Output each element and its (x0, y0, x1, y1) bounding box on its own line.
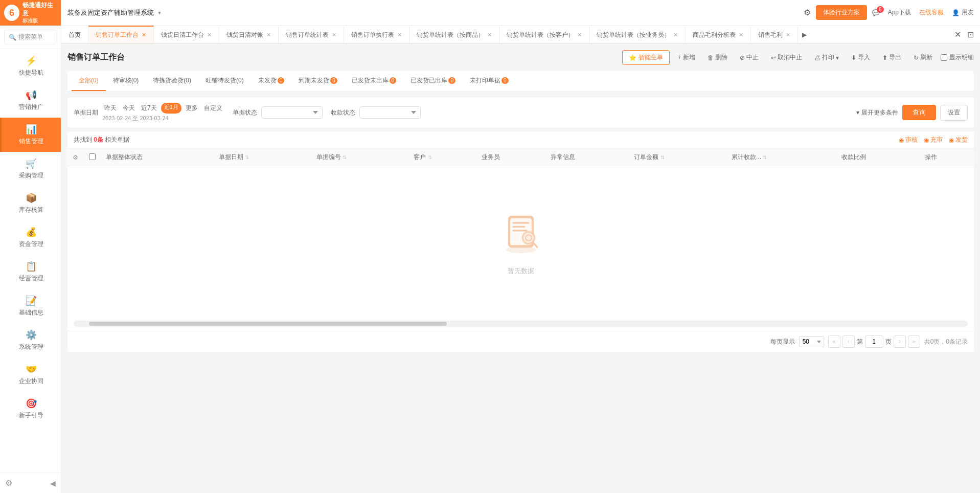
online-service-link[interactable]: 在线客服 (919, 8, 944, 17)
tab-sales-summary-product[interactable]: 销货单统计表（按商品） ✕ (409, 26, 499, 44)
sidebar-item-inventory[interactable]: 📦 库存核算 (0, 186, 61, 220)
tab-sales-exec-close[interactable]: ✕ (397, 32, 402, 38)
tab-maximize-button[interactable]: ⊡ (965, 29, 976, 40)
subtab-wangpu[interactable]: 旺铺待发货(0) (198, 71, 251, 91)
th-amount[interactable]: 订单金额 ⇅ (629, 149, 726, 166)
date-opt-7days[interactable]: 近7天 (139, 103, 159, 114)
date-opt-yesterday[interactable]: 昨天 (102, 103, 119, 114)
ai-generate-button[interactable]: ⭐ 智能生单 (622, 50, 670, 65)
number-sort-icon[interactable]: ⇅ (343, 154, 347, 160)
tab-sales-summary-product-close[interactable]: ✕ (487, 32, 492, 38)
select-all-checkbox[interactable] (89, 153, 96, 160)
sidebar-collapse-button[interactable]: ◀ (50, 479, 56, 487)
filter-setting-button[interactable]: 设置 (940, 105, 968, 121)
add-button[interactable]: + 新增 (674, 51, 699, 64)
th-customer[interactable]: 客户 ⇅ (408, 149, 476, 166)
subtab-not-shipped[interactable]: 未发货0 (251, 71, 292, 91)
date-opt-1month[interactable]: 近1月 (161, 103, 181, 114)
subtab-shipped-out[interactable]: 已发货已出库0 (403, 71, 463, 91)
sidebar-item-quick-nav[interactable]: ⚡ 快捷导航 (0, 49, 61, 83)
prev-page-button[interactable]: ‹ (842, 335, 855, 348)
th-check[interactable] (84, 149, 101, 166)
refresh-button[interactable]: ↻ 刷新 (909, 51, 937, 64)
sidebar-item-enterprise[interactable]: 🤝 企业协同 (0, 357, 61, 392)
settings-gear-icon[interactable]: ⚙ (804, 8, 811, 17)
date-opt-today[interactable]: 今天 (121, 103, 137, 114)
sidebar-item-purchase[interactable]: 🛒 采购管理 (0, 152, 61, 186)
tab-close-all-button[interactable]: ✕ (952, 29, 963, 40)
page-size-select[interactable]: 50 10 20 100 (799, 336, 824, 347)
sidebar-item-marketing[interactable]: 📢 营销推广 (0, 83, 61, 118)
payment-select[interactable] (359, 106, 421, 119)
tab-sales-stats-close[interactable]: ✕ (332, 32, 336, 38)
column-settings-icon[interactable]: ⚙ (73, 154, 78, 161)
search-menu-button[interactable]: 🔍 搜索菜单 (4, 30, 57, 44)
industry-solution-button[interactable]: 体验行业方案 (816, 5, 867, 20)
show-detail-checkbox[interactable] (941, 54, 947, 61)
print-button[interactable]: 🖨 打印 ▾ (810, 51, 843, 64)
collected-sort-icon[interactable]: ⇅ (763, 154, 767, 160)
date-opt-custom[interactable]: 自定义 (202, 103, 224, 114)
tab-sales-stats[interactable]: 销售订单统计表 ✕ (279, 26, 344, 44)
horizontal-scrollbar[interactable] (74, 321, 968, 327)
tab-goods-margin-close[interactable]: ✕ (739, 32, 743, 38)
sidebar-item-system[interactable]: ⚙️ 系统管理 (0, 323, 61, 357)
sidebar-item-basic-info[interactable]: 📝 基础信息 (0, 289, 61, 323)
subtab-all[interactable]: 全部(0) (72, 71, 106, 91)
sidebar-item-finance[interactable]: 💰 资金管理 (0, 220, 61, 255)
sidebar-settings-button[interactable]: ⚙ (5, 478, 12, 488)
sidebar-item-guide[interactable]: 🎯 新手引导 (0, 392, 61, 426)
audit-op-button[interactable]: ◉ 审核 (899, 136, 918, 144)
sidebar-item-sales[interactable]: 📊 销售管理 (0, 118, 61, 152)
tab-sales-exec[interactable]: 销售订单执行表 ✕ (344, 26, 409, 44)
status-select[interactable] (261, 106, 323, 119)
date-opt-more[interactable]: 更多 (184, 103, 200, 114)
print-dropdown-icon[interactable]: ▾ (836, 54, 839, 61)
stop-button[interactable]: ⊘ 中止 (736, 51, 763, 64)
tab-goods-margin[interactable]: 商品毛利分析表 ✕ (686, 26, 751, 44)
query-button[interactable]: 查询 (902, 105, 936, 120)
tab-sales-workbench[interactable]: 销售订单工作台 ✕ (88, 26, 154, 44)
next-page-button[interactable]: › (894, 335, 906, 348)
tab-sales-profit[interactable]: 销售毛利 ✕ (751, 26, 798, 44)
amount-sort-icon[interactable]: ⇅ (660, 154, 665, 160)
tab-cash-daily-close[interactable]: ✕ (207, 32, 212, 38)
scroll-thumb[interactable] (89, 322, 447, 326)
ship-op-button[interactable]: ◉ 发货 (949, 136, 968, 144)
system-dropdown-arrow[interactable]: ▾ (158, 9, 161, 16)
subtab-shipped-not-out[interactable]: 已发货未出库0 (345, 71, 404, 91)
th-collected[interactable]: 累计收款... ⇅ (726, 149, 836, 166)
tab-home[interactable]: 首页 (61, 26, 88, 44)
user-menu[interactable]: 👤 用友 (952, 8, 974, 17)
notification-button[interactable]: 💬 6 (872, 9, 880, 16)
tab-cash-daily[interactable]: 钱货日清工作台 ✕ (154, 26, 219, 44)
app-download-link[interactable]: App下载 (888, 8, 911, 17)
cancel-stop-button[interactable]: ↩ 取消中止 (767, 51, 806, 64)
tab-more-button[interactable]: ▶ (798, 31, 811, 38)
subtab-not-printed[interactable]: 未打印单据0 (463, 71, 516, 91)
expand-filters-button[interactable]: ▾ 展开更多条件 (856, 108, 898, 117)
tab-sales-summary-customer[interactable]: 销货单统计表（按客户） ✕ (499, 26, 589, 44)
import-button[interactable]: ⬇ 导入 (847, 51, 874, 64)
tab-sales-summary-staff-close[interactable]: ✕ (673, 32, 678, 38)
page-number-input[interactable] (865, 335, 883, 348)
customer-sort-icon[interactable]: ⇅ (428, 154, 432, 160)
tab-sales-summary-staff[interactable]: 销货单统计表（按业务员） ✕ (589, 26, 686, 44)
delete-button[interactable]: 🗑 删除 (703, 51, 732, 64)
subtab-expired-not-shipped[interactable]: 到期未发货0 (291, 71, 345, 91)
tab-cash-reconcile[interactable]: 钱货日清对账 ✕ (219, 26, 279, 44)
tab-sales-summary-customer-close[interactable]: ✕ (577, 32, 582, 38)
th-gear[interactable]: ⚙ (67, 149, 84, 166)
last-page-button[interactable]: » (908, 335, 920, 348)
first-page-button[interactable]: « (828, 335, 840, 348)
date-sort-icon[interactable]: ⇅ (245, 154, 249, 160)
export-button[interactable]: ⬆ 导出 (878, 51, 905, 64)
subtab-pending-audit[interactable]: 待审核(0) (106, 71, 146, 91)
th-number[interactable]: 单据编号 ⇅ (311, 149, 409, 166)
subtab-pending-inspect[interactable]: 待拣货验货(0) (146, 71, 198, 91)
tab-sales-workbench-close[interactable]: ✕ (142, 32, 146, 38)
th-date[interactable]: 单据日期 ⇅ (214, 149, 311, 166)
tab-sales-profit-close[interactable]: ✕ (786, 32, 790, 38)
tab-cash-reconcile-close[interactable]: ✕ (266, 32, 271, 38)
deaudit-op-button[interactable]: ◉ 充审 (924, 136, 943, 144)
